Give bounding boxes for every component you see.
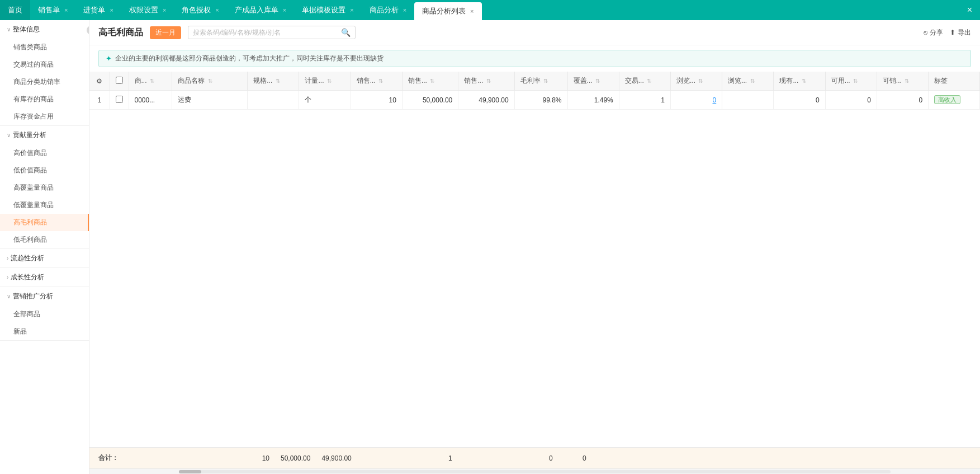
sidebar-group-header-marketing[interactable]: ∨ 营销推广分析	[0, 287, 89, 306]
col-sale-cost[interactable]: 销售... ⇅	[458, 72, 514, 91]
arrow-icon-growth: ›	[7, 274, 8, 280]
window-close-button[interactable]: ×	[959, 0, 980, 20]
arrow-icon-contribution: ∨	[7, 132, 11, 138]
info-banner: ✦ 企业的主要的利润都是这部分商品创造的，可考虑加大推广，同时关注库存是不要出现…	[98, 50, 971, 67]
content-area: 高毛利商品 近一月 🔍 ⎋ 分享 ⬆ 导出 ✦ 企业的主要的利润都是这部分商品创…	[89, 20, 980, 474]
tag-high-income-badge: 高收入	[934, 95, 960, 104]
footer-available-stock: 0	[558, 454, 592, 462]
cell-available-stock: 0	[825, 91, 877, 110]
export-button[interactable]: ⬆ 导出	[950, 28, 971, 37]
sidebar-group-contribution: ∨ 贡献量分析 高价值商品 低价值商品 高覆盖量商品 低覆盖量商品 高毛利商品 …	[0, 126, 89, 249]
footer-sale-qty: 10	[242, 454, 275, 462]
nav-close-sales[interactable]: ×	[64, 0, 68, 20]
sidebar-item-sales-goods[interactable]: 销售类商品	[0, 39, 89, 56]
nav-close-analysis-list[interactable]: ×	[470, 2, 474, 20]
sidebar-group-header-growth[interactable]: › 成长性分析	[0, 268, 89, 287]
nav-close-permissions[interactable]: ×	[163, 0, 166, 20]
cell-current-stock: 0	[774, 91, 825, 110]
sidebar-item-new-goods[interactable]: 新品	[0, 323, 89, 340]
sidebar-item-all-goods[interactable]: 全部商品	[0, 306, 89, 323]
time-filter-button[interactable]: 近一月	[150, 26, 181, 39]
col-salable-stock[interactable]: 可销... ⇅	[877, 72, 928, 91]
arrow-icon-marketing: ∨	[7, 293, 11, 299]
col-current-stock[interactable]: 现有... ⇅	[774, 72, 825, 91]
nav-close-production[interactable]: ×	[283, 0, 286, 20]
sidebar-item-low-value[interactable]: 低价值商品	[0, 162, 89, 179]
sidebar-item-high-margin[interactable]: 高毛利商品	[0, 214, 89, 231]
col-spec[interactable]: 规格... ⇅	[248, 72, 299, 91]
nav-item-roles[interactable]: 角色授权 ×	[174, 0, 226, 20]
cell-checkbox	[110, 91, 129, 110]
col-code[interactable]: 商... ⇅	[129, 72, 172, 91]
nav-item-template[interactable]: 单据模板设置 ×	[294, 0, 361, 20]
nav-close-purchase[interactable]: ×	[110, 0, 113, 20]
col-checkbox	[110, 72, 129, 91]
table-container[interactable]: ⚙ 商... ⇅ 商品名称 ⇅	[89, 72, 980, 447]
sidebar-item-traded-goods[interactable]: 交易过的商品	[0, 56, 89, 73]
nav-close-template[interactable]: ×	[350, 0, 353, 20]
nav-item-analysis[interactable]: 商品分析 ×	[362, 0, 414, 20]
col-gross-rate[interactable]: 毛利率 ⇅	[514, 72, 567, 91]
col-available-stock[interactable]: 可用... ⇅	[825, 72, 877, 91]
sidebar-group-header-overall[interactable]: ∨ 整体信息	[0, 20, 89, 39]
share-button[interactable]: ⎋ 分享	[924, 28, 943, 37]
cell-coverage: 1.49%	[567, 91, 619, 110]
col-browse2[interactable]: 浏览... ⇅	[722, 72, 774, 91]
nav-item-home[interactable]: 首页	[0, 0, 30, 20]
sidebar-item-low-coverage[interactable]: 低覆盖量商品	[0, 196, 89, 214]
col-name[interactable]: 商品名称 ⇅	[172, 72, 248, 91]
sort-icon-unit: ⇅	[327, 78, 332, 84]
scrollbar-thumb[interactable]	[179, 470, 201, 473]
nav-close-roles[interactable]: ×	[215, 0, 219, 20]
row-checkbox[interactable]	[116, 96, 123, 103]
col-trade-count[interactable]: 交易... ⇅	[619, 72, 670, 91]
sidebar-item-stock-capital[interactable]: 库存资金占用	[0, 108, 89, 125]
sidebar-item-high-coverage[interactable]: 高覆盖量商品	[0, 179, 89, 196]
sort-icon-sale-cost: ⇅	[486, 78, 491, 84]
sidebar-group-marketing: ∨ 营销推广分析 全部商品 新品	[0, 287, 89, 341]
search-input[interactable]	[193, 29, 341, 36]
sidebar-item-low-margin[interactable]: 低毛利商品	[0, 231, 89, 248]
col-sale-qty[interactable]: 销售... ⇅	[351, 72, 402, 91]
col-settings[interactable]: ⚙	[89, 72, 110, 91]
settings-icon[interactable]: ⚙	[96, 77, 102, 85]
sort-icon-current-stock: ⇅	[802, 78, 806, 84]
sidebar-item-category-rate[interactable]: 商品分类助销率	[0, 73, 89, 91]
nav-item-purchase[interactable]: 进货单 ×	[75, 0, 121, 20]
sidebar-item-stocked-goods[interactable]: 有库存的商品	[0, 91, 89, 108]
col-unit[interactable]: 计量... ⇅	[299, 72, 351, 91]
select-all-checkbox[interactable]	[116, 77, 123, 84]
sort-icon-code: ⇅	[150, 78, 154, 84]
sidebar: « ∨ 整体信息 销售类商品 交易过的商品 商品分类助销率 有库存的商品 库存资…	[0, 20, 89, 474]
nav-close-analysis[interactable]: ×	[403, 0, 406, 20]
cell-unit: 个	[299, 91, 351, 110]
search-box: 🔍	[188, 26, 356, 39]
arrow-icon-overall: ∨	[7, 26, 11, 32]
arrow-icon-trend: ›	[7, 255, 8, 261]
table-row: 1 0000... 运费	[89, 91, 980, 110]
horizontal-scrollbar-area	[89, 468, 980, 474]
cell-trade-count: 1	[619, 91, 670, 110]
sidebar-group-header-trend[interactable]: › 流趋性分析	[0, 249, 89, 267]
col-browse1[interactable]: 浏览... ⇅	[670, 72, 722, 91]
col-coverage[interactable]: 覆盖... ⇅	[567, 72, 619, 91]
sort-icon-salable-stock: ⇅	[905, 78, 909, 84]
sidebar-item-high-value[interactable]: 高价值商品	[0, 144, 89, 162]
nav-item-permissions[interactable]: 权限设置 ×	[121, 0, 174, 20]
sort-icon-sale-amount: ⇅	[430, 78, 434, 84]
page-title: 高毛利商品	[98, 27, 143, 39]
main-layout: « ∨ 整体信息 销售类商品 交易过的商品 商品分类助销率 有库存的商品 库存资…	[0, 20, 980, 474]
nav-item-analysis-list[interactable]: 商品分析列表 ×	[414, 2, 481, 20]
nav-item-production[interactable]: 产成品入库单 ×	[227, 0, 294, 20]
col-sale-amount[interactable]: 销售... ⇅	[402, 72, 458, 91]
sidebar-group-growth: › 成长性分析	[0, 268, 89, 287]
sidebar-group-header-contribution[interactable]: ∨ 贡献量分析	[0, 126, 89, 144]
browse1-link[interactable]: 0	[713, 96, 717, 104]
nav-item-sales[interactable]: 销售单 ×	[30, 0, 75, 20]
footer-summary: 合计： 10 50,000.00 49,900.00 1 0 0	[89, 447, 980, 468]
sort-icon-browse1: ⇅	[698, 78, 703, 84]
search-icon[interactable]: 🔍	[341, 28, 351, 37]
sort-icon-trade-count: ⇅	[647, 78, 651, 84]
scrollbar-track[interactable]	[179, 470, 891, 473]
col-tag[interactable]: 标签	[929, 72, 980, 91]
